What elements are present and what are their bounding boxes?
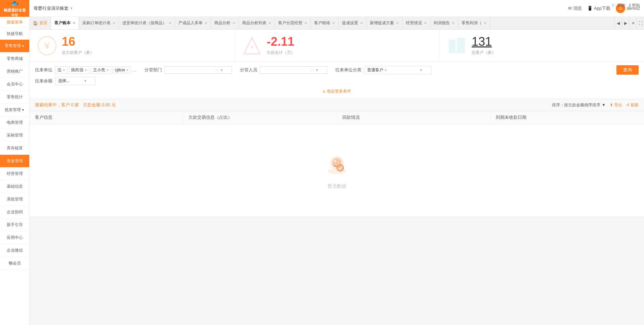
balance-filter-label: 往来余额 [35,78,52,84]
unit-type-label: 往来单位分类 [335,67,361,73]
sidebar-item-retail-mall[interactable]: 零售商城 [0,52,29,65]
unit-type-tag: 普通客户 ✕ [367,67,387,73]
tab-product-analysis-list[interactable]: 商品分析列表 ✕ [239,17,275,30]
tab-inbound-stats[interactable]: 进货单统计表（按商品） ✕ [119,17,175,30]
sidebar-item-member2[interactable]: 畅会员 [0,257,29,270]
tab-scroll-right-btn[interactable]: ▶ [622,17,629,30]
query-button[interactable]: 查询 [616,65,639,75]
unit-type-select[interactable]: 普通客户 ✕ ▼ [364,66,431,74]
tab-close-all-btn[interactable]: ✕ [629,17,637,30]
tab-customer-ledger[interactable]: 客户账本 ✕ [51,17,79,30]
result-actions: 排序：按欠款金额倒序排序 ▼ ⬆ 导出 ↺ 刷新 [552,102,639,108]
filter-row-1: 往来单位 伍 ✕ 陈民强 ✕ 王小亮 ✕ cjttcw [35,65,639,75]
tab-commission-setting[interactable]: 提成设置 ✕ [339,17,367,30]
stat-card-customers: ¥ 16 总欠款客户（家） [30,30,234,62]
sidebar-item-member[interactable]: 会员中心 [0,78,29,91]
sidebar-item-search[interactable]: 搜索菜单 [0,17,29,28]
dept-filter-label: 分管部门 [144,67,162,73]
refresh-button[interactable]: ↺ 刷新 [626,102,639,108]
app-download-button[interactable]: 📱 App下载 [587,5,610,11]
stat-label-balance: 欠款合计（万） [267,50,295,56]
sidebar-item-purchase[interactable]: 采购管理 [0,129,29,142]
unit-tag-2[interactable]: 王小亮 ✕ [91,66,111,74]
tab-customer-contact[interactable]: 客户联络 ✕ [311,17,339,30]
table-col-payment: 回款情况 [337,111,490,124]
empty-text: 暂无数据 [328,183,346,189]
tab-close-icon[interactable]: ✕ [232,21,235,25]
tab-close-icon[interactable]: ✕ [360,21,363,25]
tab-purchase-order-stats[interactable]: 采购订单统计表 ✕ [79,17,119,30]
remove-unit-type-tag-icon[interactable]: ✕ [384,68,387,72]
more-tags-btn[interactable]: ... [132,67,136,73]
sidebar-item-finance[interactable]: 资金管理 [0,155,29,168]
stat-value-balance: -2.11 [267,36,295,48]
unit-tag-0[interactable]: 伍 ✕ [55,66,68,74]
tab-close-icon[interactable]: ✕ [304,21,307,25]
tab-close-icon[interactable]: ✕ [396,21,399,25]
tab-operations[interactable]: 经营情况 ✕ [402,17,430,30]
sidebar-item-wechat[interactable]: 企业微信 [0,244,29,257]
tab-scroll-buttons: ◀ ▶ ✕ ⛶ [614,17,644,30]
person-select[interactable]: ··· ▼ [260,66,327,74]
tabbar: 🏠 首页 客户账本 ✕ 采购订单统计表 ✕ 进货单统计表（按商品） ✕ 产成品入… [30,17,644,30]
remove-tag-icon[interactable]: ✕ [84,68,87,72]
tab-scroll-left-btn[interactable]: ◀ [614,17,622,30]
balance-select[interactable]: 选择... ▼ [55,77,95,85]
message-icon: ✉ [568,6,572,11]
sidebar-item-quicknav[interactable]: 快捷导航 [0,28,29,40]
unit-type-dropdown-icon: ▼ [420,68,423,72]
remove-tag-icon[interactable]: ✕ [126,68,129,72]
export-button[interactable]: ⬆ 导出 [610,102,622,108]
sort-icon: ▼ [602,103,606,107]
sidebar-item-operations[interactable]: 经营管理 [0,168,29,180]
sidebar-item-app-center[interactable]: 应用中心 [0,231,29,244]
sidebar-item-wholesale[interactable]: 批发管理 ▼ [0,104,29,116]
org-selector[interactable]: 母婴行业演示账套 ▼ [34,5,73,11]
tab-close-icon[interactable]: ✕ [268,21,271,25]
app-logo: 🐟 畅捷通好生意 标版 [0,0,29,17]
tab-close-icon[interactable]: ✕ [205,21,207,25]
empty-state: 暂无数据 [30,124,644,216]
sidebar-item-ecommerce[interactable]: 电商管理 [0,116,29,129]
tab-close-icon[interactable]: ✕ [452,21,455,25]
export-icon: ⬆ [610,103,613,107]
remove-tag-icon[interactable]: ✕ [62,68,65,72]
tab-close-icon[interactable]: ✕ [332,21,335,25]
sidebar-item-retail-stats[interactable]: 零售统计 [0,91,29,104]
filter-area: 往来单位 伍 ✕ 陈民强 ✕ 王小亮 ✕ cjttcw [30,62,644,99]
tab-close-icon[interactable]: ✕ [73,21,75,25]
unit-tag-3[interactable]: cjttcw ✕ [113,67,131,73]
sidebar-item-basic-info[interactable]: 基础信息 [0,180,29,193]
person-extra-icon: ··· [311,68,314,72]
svg-point-8 [334,160,336,162]
sidebar-item-inventory[interactable]: 库存核算 [0,142,29,155]
main-area: 母婴行业演示账套 ▼ ✉ 消息 📱 App下载 D demo2 🏠 首页 [30,0,644,325]
remove-tag-icon[interactable]: ✕ [106,68,109,72]
tab-new-commission[interactable]: 新增提成方案 ✕ [367,17,402,30]
tab-home[interactable]: 🏠 首页 [30,17,51,30]
person-filter-label: 分管人员 [240,67,257,73]
unit-tags: 伍 ✕ 陈民强 ✕ 王小亮 ✕ cjttcw ✕ ... [55,66,136,74]
sidebar-item-newbie[interactable]: 新手引导 [0,219,29,231]
tab-product-analysis[interactable]: 商品分析 ✕ [211,17,239,30]
tab-expand-btn[interactable]: ⛶ [637,17,644,30]
tab-close-icon[interactable]: ✕ [484,21,486,25]
tab-profit-report[interactable]: 利润报告 ✕ [430,17,458,30]
unit-tag-1[interactable]: 陈民强 ✕ [69,66,89,74]
tab-close-icon[interactable]: ✕ [424,21,427,25]
sidebar-item-enterprise[interactable]: 企业协同 [0,206,29,219]
sort-selector[interactable]: 排序：按欠款金额倒序排序 ▼ [552,102,606,108]
tab-customer-segment[interactable]: 客户分层经营 ✕ [275,17,311,30]
message-button[interactable]: ✉ 消息 [568,5,582,11]
sidebar-item-system[interactable]: 系统管理 [0,193,29,206]
dept-select[interactable]: ··· ▼ [165,66,232,74]
result-info: 搜索结果中，客户 0 家 欠款金额 0.00 元 [35,102,116,108]
svg-point-9 [337,165,344,171]
tab-production-inbound[interactable]: 产成品入库单 ✕ [175,17,211,30]
tab-close-icon[interactable]: ✕ [113,21,115,25]
sidebar-item-retail[interactable]: 零售管理 ▼ [0,40,29,52]
tab-retail-profit[interactable]: 零售利润（ ✕ [458,17,490,30]
tab-close-icon[interactable]: ✕ [169,21,171,25]
sidebar-item-marketing[interactable]: 营销推广 [0,65,29,78]
collapse-button[interactable]: ∧ 收起更多条件 [35,87,639,96]
